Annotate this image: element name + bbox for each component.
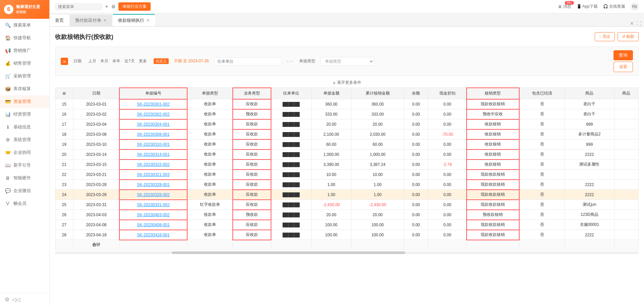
bill-type-select[interactable]: 单据类型	[321, 57, 374, 66]
sidebar-item-corp[interactable]: 🤝企业协同	[0, 146, 49, 159]
date-btn-3[interactable]: 近7天	[123, 58, 136, 65]
cell-product	[565, 170, 614, 180]
sidebar-item-inventory[interactable]: 📦库存核算	[0, 82, 49, 95]
cell-cumulative_cancel: 333.00	[351, 109, 404, 119]
cell-bill_no[interactable]: SK-20230328-002	[119, 190, 187, 200]
date-btn-1[interactable]: 本月	[99, 58, 110, 65]
topbar-gear-icon[interactable]: ⚙	[111, 4, 116, 9]
filter-more-dots[interactable]: ···	[287, 58, 294, 65]
cell-date: 2023-03-04	[73, 119, 119, 129]
sidebar-item-hardware[interactable]: 🖥智能硬件	[0, 172, 49, 184]
logo-badge: 标推版	[16, 10, 40, 14]
messages-area[interactable]: 🖥 消息 99+	[558, 4, 571, 9]
cell-bill_no[interactable]: SK-20230408-001	[119, 220, 187, 230]
export-button[interactable]: ↑ 导出	[595, 32, 615, 41]
cell-cancel_type: 现款收款核销	[467, 230, 519, 240]
table-row: 242023-03-28SK-20230328-002收款单应收款██████1…	[55, 190, 639, 200]
guide-icon: 📖	[5, 162, 11, 168]
sidebar-item-sales[interactable]: 💰销售管理	[0, 57, 49, 70]
sidebar-item-member[interactable]: V畅会员	[0, 197, 49, 210]
cell-bill_type: 收款单	[187, 109, 233, 119]
col-header-biz_type: 业务类型	[233, 88, 271, 99]
cell-cancel_type: 现款收款核销	[467, 200, 519, 210]
cell-bill_type: 收款单	[187, 190, 233, 200]
sidebar-item-operations[interactable]: 📊经营管理	[0, 108, 49, 121]
topbar-search-input[interactable]	[55, 3, 102, 10]
tabs-close-icon[interactable]: ✕	[630, 21, 634, 26]
user-avatar[interactable]: Rit	[631, 3, 639, 11]
cell-cancel_type: 收款核销	[467, 129, 519, 139]
cell-bill_no[interactable]: SK-20230321-003	[119, 170, 187, 180]
sidebar-item-guide[interactable]: 📖新手引导	[0, 159, 49, 172]
gear-icon[interactable]: ⚙	[5, 296, 9, 303]
sidebar-item-finance[interactable]: 💳资金管理	[0, 95, 49, 108]
query-button[interactable]: 查询	[613, 50, 633, 60]
online-service-link[interactable]: 🎧 在线客服	[603, 4, 625, 9]
operations-icon: 📊	[5, 111, 11, 117]
sidebar-item-marketing[interactable]: 📢营销推广	[0, 44, 49, 57]
solution-button[interactable]: 体验行业方案	[118, 2, 151, 11]
sidebar-item-system[interactable]: ⚙系统管理	[0, 133, 49, 146]
cell-cash_discount: 0.00	[428, 190, 467, 200]
date-btn-4[interactable]: 更多	[138, 58, 148, 65]
setting-button[interactable]: 设置	[613, 62, 633, 72]
cell-bill_no[interactable]: SK-20230302-002	[119, 109, 187, 119]
tabs-expand-icon[interactable]: ⛶	[637, 21, 641, 26]
sidebar-item-quick-nav[interactable]: 🏠快捷导航	[0, 32, 49, 44]
cell-bill_no[interactable]: SK-20230328-001	[119, 180, 187, 190]
total-cell-biz_type	[233, 240, 271, 250]
cell-bill_type: 收款单	[187, 160, 233, 170]
cell-bill_no[interactable]: SK-20230403-002	[119, 210, 187, 220]
date-btn-2[interactable]: 本年	[111, 58, 122, 65]
cell-partner: ██████	[271, 149, 311, 160]
collapse-icon[interactable]: ◁◁	[12, 296, 20, 303]
cell-include_settled: 否	[519, 129, 565, 139]
date-btn-0[interactable]: 上月	[87, 58, 98, 65]
sidebar-item-purchase[interactable]: 🛒采购管理	[0, 70, 49, 82]
tab-close-icon[interactable]: ✕	[146, 18, 150, 23]
topbar-right: 🖥 消息 99+ 📱 App下载 🎧 在线客服 Rit	[558, 3, 639, 11]
cell-bill_no[interactable]: SK-20230304-001	[119, 119, 187, 129]
cell-date: 2023-03-02	[73, 109, 119, 119]
sidebar-item-label: 企业协同	[13, 149, 31, 156]
sidebar-logo: 6 畅康通好生意 标推版	[0, 0, 49, 19]
sidebar-item-label: 经营管理	[13, 111, 31, 117]
cell-index: 18	[55, 129, 73, 139]
cell-bill_no[interactable]: SK-20230301-002	[119, 99, 187, 109]
cell-biz_type: 应收款	[233, 220, 271, 230]
app-download-link[interactable]: 📱 App下载	[577, 4, 598, 9]
table-scrollbar-thumb[interactable]	[172, 251, 405, 254]
cell-bill_amount: 1,000.00	[311, 149, 351, 160]
cell-bill_amount: 100.00	[311, 220, 351, 230]
sidebar-item-label: 销售管理	[13, 60, 31, 66]
cell-cancel_type: 收款核销	[467, 139, 519, 149]
tab-close-icon[interactable]: ✕	[103, 18, 107, 23]
tab-1[interactable]: 预付款应付单✕	[70, 15, 112, 26]
cell-bill_no[interactable]: SK-20230331-002	[119, 200, 187, 210]
search-icon: 🔍	[5, 22, 11, 28]
tab-0[interactable]: 首页	[50, 15, 69, 26]
tab-2[interactable]: 收款核销执行✕	[113, 14, 155, 26]
col-header-include_settled: 包含已结清	[519, 88, 565, 99]
cell-cash_discount: -2.76	[428, 160, 467, 170]
filter-expand-button[interactable]: »	[61, 58, 68, 65]
member-icon: V	[5, 200, 11, 206]
cell-bill_no[interactable]: SK-20230310-001	[119, 139, 187, 149]
cell-bill_amount: 1.00	[311, 190, 351, 200]
sidebar-item-search[interactable]: 🔍搜索菜单	[0, 19, 49, 32]
cell-cancel_type: 收款核销	[467, 119, 519, 129]
cell-bill_no[interactable]: SK-20230418-001	[119, 230, 187, 240]
cell-bill_amount: 10.00	[311, 170, 351, 180]
expand-more-button[interactable]: ∨ 展开更多条件	[333, 80, 361, 85]
partner-input[interactable]	[214, 57, 281, 65]
refresh-button[interactable]: ↺ 刷新	[618, 32, 639, 41]
sidebar-item-wechat[interactable]: 💬企业微信	[0, 184, 49, 197]
cell-bill_no[interactable]: SK-20230308-001	[119, 129, 187, 139]
cell-bill_no[interactable]: SK-20230314-001	[119, 149, 187, 160]
cell-biz_type: 应收款	[233, 200, 271, 210]
hardware-icon: 🖥	[5, 175, 11, 181]
sidebar-item-basics[interactable]: ℹ基础信息	[0, 121, 49, 133]
cell-bill_no[interactable]: SK-20230315-002	[119, 160, 187, 170]
date-custom-label[interactable]: 自定义	[154, 58, 169, 64]
table-scrollbar[interactable]	[55, 251, 639, 254]
